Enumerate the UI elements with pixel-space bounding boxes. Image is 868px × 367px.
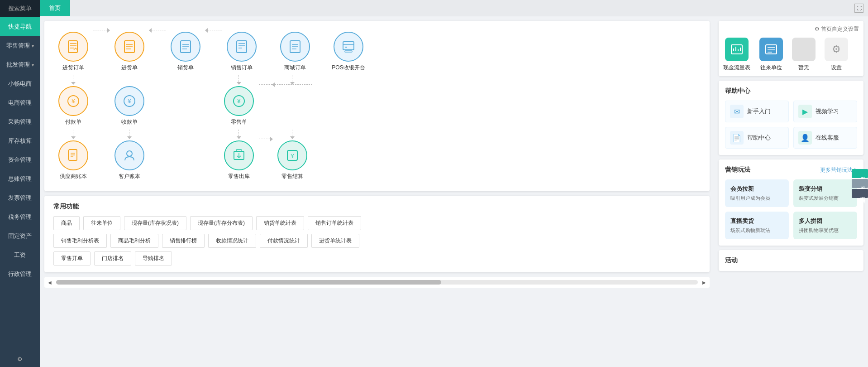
sidebar-item-admin[interactable]: 行政管理 [0, 265, 40, 284]
sidebar-item-ecom[interactable]: 小畅电商 [0, 74, 40, 93]
marketing-item-member[interactable]: 会员拉新 吸引用户成为会员 [725, 179, 789, 207]
quick-icon-cashflow[interactable]: 现金流量表 [723, 38, 750, 72]
func-btn-profit1[interactable]: 销售毛利分析表 [53, 234, 107, 248]
tab-home[interactable]: 首页 [40, 0, 70, 16]
sidebar-item-finance[interactable]: 资金管理 [0, 150, 40, 169]
sidebar-item-label: 小畅电商 [8, 80, 32, 88]
float-btn-community[interactable]: 服务社区 [852, 179, 868, 188]
sidebar-item-invoice[interactable]: 发票管理 [0, 188, 40, 208]
quick-access-settings[interactable]: ⚙ 首页自定义设置 [723, 25, 859, 33]
func-btn-guide[interactable]: 导购排名 [135, 251, 172, 266]
sidebar-item-label: 库存核算 [8, 137, 32, 145]
scdl-icon [280, 32, 310, 62]
cashflow-label: 现金流量表 [723, 64, 750, 72]
func-btn-payment[interactable]: 付款情况统计 [260, 234, 308, 248]
scroll-thumb [56, 280, 441, 285]
func-btn-goods[interactable]: 商品 [53, 216, 80, 230]
sidebar-item-label: 零售管理 [6, 42, 30, 50]
sidebar-search[interactable]: 搜索菜单 [0, 0, 40, 17]
khzhb-icon [114, 140, 144, 170]
fission-desc: 裂变式发展分销商 [799, 195, 852, 202]
help-card: 帮助中心 ✉ 新手入门 ▶ 视频学习 📄 帮助中心 👤 [719, 81, 863, 155]
scroll-track[interactable] [56, 280, 698, 285]
sidebar-item-label: 行政管理 [8, 270, 32, 278]
sidebar-item-wholesale[interactable]: 批发管理 ▾ [0, 55, 40, 74]
node-lsck[interactable]: 零售出库 [219, 139, 259, 182]
func-btn-order-stat[interactable]: 销售订单统计表 [308, 216, 361, 230]
node-pos[interactable]: POS收银开台 [329, 30, 368, 73]
lsjjs-icon: ¥ [277, 140, 307, 170]
tab-controls: ⛶ [853, 0, 868, 16]
sidebar-settings-icon[interactable]: ⚙ [0, 351, 40, 367]
marketing-item-group[interactable]: 多人拼团 拼团购物享受优惠 [793, 212, 857, 239]
svg-rect-20 [343, 42, 354, 50]
tab-home-label: 首页 [49, 4, 61, 12]
help-item-video[interactable]: ▶ 视频学习 [793, 101, 857, 122]
help-item-beginner[interactable]: ✉ 新手入门 [725, 101, 789, 122]
func-btn-retail[interactable]: 零售开单 [53, 251, 91, 266]
node-fkd[interactable]: ¥ 付款单 [53, 84, 93, 128]
marketing-item-fission[interactable]: 裂变分销 裂变式发展分销商 [793, 179, 857, 207]
node-khzhb[interactable]: 客户账本 [110, 139, 149, 182]
func-btn-store[interactable]: 门店排名 [94, 251, 131, 266]
node-lsjjs[interactable]: ¥ 零售结算 [272, 139, 312, 182]
quick-icon-partners[interactable]: 往来单位 [759, 38, 783, 72]
sidebar-item-fixed-assets[interactable]: 固定资产 [0, 227, 40, 246]
func-btn-sales-stat[interactable]: 销货单统计表 [256, 216, 304, 230]
func-buttons-row: 商品 往来单位 现存量(库存状况表) 现存量(库存分布表) 销货单统计表 销售订… [53, 216, 701, 230]
sidebar-item-purchase[interactable]: 采购管理 [0, 112, 40, 131]
func-btn-receipt[interactable]: 收款情况统计 [208, 234, 256, 248]
help-item-service[interactable]: 👤 在线客服 [793, 127, 857, 149]
float-btn-service[interactable]: 客服热线 [852, 169, 868, 178]
func-buttons-row2: 销售毛利分析表 商品毛利分析 销售排行榜 收款情况统计 付款情况统计 进货单统计… [53, 234, 701, 248]
expand-button[interactable]: ⛶ [854, 4, 863, 13]
node-jhd[interactable]: 进货单 [110, 30, 149, 73]
quick-icon-empty[interactable]: 暂无 [792, 38, 816, 72]
jhd-label: 进货单 [121, 64, 138, 72]
sidebar-item-salary[interactable]: 工资 [0, 246, 40, 265]
node-lsd[interactable]: ¥ 零售单 [219, 84, 259, 128]
sidebar-item-tax[interactable]: 税务管理 [0, 208, 40, 227]
sidebar-item-inventory[interactable]: 库存核算 [0, 131, 40, 150]
service-label: 在线客服 [816, 134, 839, 142]
khzhb-label: 客户账本 [119, 173, 140, 180]
quick-icon-settings[interactable]: ⚙ 设置 [825, 38, 848, 72]
fkd-label: 付款单 [65, 118, 81, 126]
node-scdl[interactable]: 商城订单 [275, 30, 315, 73]
cashflow-icon-box [725, 38, 749, 61]
scroll-right-btn[interactable]: ▶ [701, 279, 708, 286]
chevron-down-icon: ▾ [32, 43, 34, 48]
node-xhd[interactable]: 销货单 [166, 30, 205, 73]
partners-icon-box [759, 38, 783, 61]
sidebar-item-label: 批发管理 [6, 61, 30, 69]
marketing-item-live[interactable]: 直播卖货 场景式购物新玩法 [725, 212, 789, 239]
sidebar-item-ledger[interactable]: 总账管理 [0, 169, 40, 188]
lsck-label: 零售出库 [228, 173, 250, 180]
help-item-help[interactable]: 📄 帮助中心 [725, 127, 789, 149]
scroll-left-btn[interactable]: ◀ [46, 279, 53, 286]
skd-icon: ¥ [114, 86, 144, 116]
svg-rect-34 [68, 150, 69, 159]
func-btn-purchase-stat[interactable]: 进货单统计表 [311, 234, 359, 248]
pos-label: POS收银开台 [332, 64, 365, 72]
func-btn-stock2[interactable]: 现存量(库存分布表) [190, 216, 253, 230]
func-btn-partners[interactable]: 往来单位 [83, 216, 120, 230]
video-icon: ▶ [798, 105, 812, 118]
sidebar-item-label: 发票管理 [8, 194, 32, 202]
node-xsdl[interactable]: 销售订单 [222, 30, 262, 73]
sidebar-item-quick-nav[interactable]: 快捷导航 [0, 17, 40, 36]
node-gyszhb[interactable]: 供应商账本 [53, 139, 93, 182]
beginner-icon: ✉ [730, 105, 744, 118]
sidebar-item-ecom-mgmt[interactable]: 电商管理 [0, 93, 40, 112]
func-btn-stock1[interactable]: 现存量(库存状况表) [124, 216, 186, 230]
group-name: 多人拼团 [799, 217, 852, 225]
float-btn-desktop[interactable]: 桌面快捷 [852, 189, 868, 198]
sidebar-item-retail[interactable]: 零售管理 ▾ [0, 36, 40, 55]
fkd-icon: ¥ [58, 86, 88, 116]
node-skd[interactable]: ¥ 收款单 [110, 84, 149, 128]
fission-name: 裂变分销 [799, 185, 852, 193]
func-btn-ranking[interactable]: 销售排行榜 [162, 234, 205, 248]
func-btn-profit2[interactable]: 商品毛利分析 [110, 234, 158, 248]
scroll-area: ◀ ▶ [44, 277, 710, 288]
node-jhdl[interactable]: 进货订单 [53, 30, 93, 73]
